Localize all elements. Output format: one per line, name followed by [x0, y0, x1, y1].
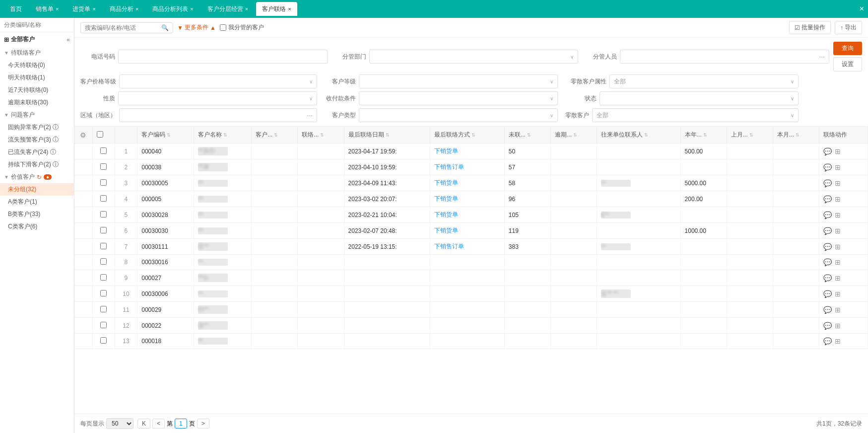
next-page-button[interactable]: > [197, 419, 209, 429]
page-size-select[interactable]: 50 20 100 [106, 418, 134, 429]
col-last-contact-method[interactable]: 最后联络方式⇅ [430, 127, 504, 144]
checkbox-cell[interactable] [92, 175, 115, 191]
sidebar-item-abnormal[interactable]: 固购异常客户(2) ⓘ [0, 121, 74, 134]
chat-icon[interactable]: 💬 [823, 290, 832, 298]
sort-icon-overdue[interactable]: ⇅ [573, 133, 577, 138]
checkbox-cell[interactable] [92, 207, 115, 223]
filter-price-level-dropdown[interactable]: ∨ [119, 74, 317, 88]
menu-icon[interactable]: ⊞ [835, 243, 841, 251]
sort-icon-this-month[interactable]: ⇅ [796, 133, 800, 138]
sort-icon-date[interactable]: ⇅ [386, 133, 390, 138]
col-intercompany[interactable]: 往来单位联系人⇅ [597, 127, 680, 144]
col-this-month[interactable]: 本月...⇅ [773, 127, 819, 144]
chat-icon[interactable]: 💬 [823, 274, 832, 282]
col-last-contact-date[interactable]: 最后联络日期⇅ [344, 127, 430, 144]
sort-icon-contact[interactable]: ⇅ [320, 133, 324, 138]
row-checkbox[interactable] [100, 274, 107, 281]
chat-icon[interactable]: 💬 [823, 243, 832, 251]
chat-icon[interactable]: 💬 [823, 227, 832, 235]
chat-icon[interactable]: 💬 [823, 211, 832, 219]
tab-customer-contact-close[interactable]: × [288, 6, 291, 12]
filter-retail-customer-dropdown[interactable]: 全部∨ [592, 108, 799, 122]
chat-icon[interactable]: 💬 [823, 179, 832, 187]
checkbox-cell[interactable] [92, 239, 115, 255]
col-this-year[interactable]: 本年...⇅ [680, 127, 727, 144]
menu-icon[interactable]: ⊞ [835, 179, 841, 187]
export-button[interactable]: ↑ 导出 [835, 21, 862, 34]
sidebar-item-declining[interactable]: 持续下滑客户(2) ⓘ [0, 158, 74, 171]
row-checkbox[interactable] [100, 163, 107, 170]
pending-group-header[interactable]: ▼ 待联络客户 [0, 47, 74, 59]
contact-method-link[interactable]: 下销售订单 [434, 163, 464, 170]
search-box[interactable]: 🔍 [80, 22, 173, 33]
chat-icon[interactable]: 💬 [823, 322, 832, 330]
all-customers-header[interactable]: ⊞ 全部客户 « [0, 32, 74, 47]
menu-icon[interactable]: ⊞ [835, 290, 841, 298]
checkbox-cell[interactable] [92, 159, 115, 175]
menu-icon[interactable]: ⊞ [835, 147, 841, 155]
chat-icon[interactable]: 💬 [823, 147, 832, 155]
refresh-icon[interactable]: ↻ [37, 174, 42, 181]
sort-icon-method[interactable]: ⇅ [471, 133, 475, 138]
settings-gear-icon[interactable]: ⚙ [80, 131, 86, 139]
contact-method-link[interactable]: 下销货单 [434, 211, 458, 218]
checkbox-cell[interactable] [92, 286, 115, 302]
checkbox-cell[interactable] [92, 318, 115, 334]
region-ellipsis[interactable]: ··· [307, 111, 313, 119]
filter-phone-input[interactable] [118, 50, 328, 64]
search-icon[interactable]: 🔍 [161, 24, 169, 31]
menu-icon[interactable]: ⊞ [835, 258, 841, 266]
sort-icon-intercompany[interactable]: ⇅ [644, 133, 648, 138]
checkbox-cell[interactable] [92, 334, 115, 349]
chat-icon[interactable]: 💬 [823, 163, 832, 171]
filter-nature-dropdown[interactable]: ∨ [118, 91, 317, 105]
chat-icon[interactable]: 💬 [823, 258, 832, 266]
row-checkbox[interactable] [100, 306, 107, 312]
query-button[interactable]: 查询 [833, 42, 862, 55]
person-ellipsis[interactable]: ··· [819, 53, 825, 61]
sidebar-item-class-a[interactable]: A类客户(1) [0, 196, 74, 208]
tab-customer-contact[interactable]: 客户联络 × [256, 2, 297, 16]
tab-sales-close[interactable]: × [56, 6, 59, 12]
sidebar-item-churn-warning[interactable]: 流失预警客户(3) ⓘ [0, 134, 74, 146]
col-settings[interactable]: ⚙ [74, 127, 92, 144]
contact-method-link[interactable]: 下销货单 [434, 179, 458, 186]
sidebar-item-ungroup[interactable]: 未分组(32) [0, 183, 74, 196]
filter-retail-attr-dropdown[interactable]: 全部∨ [609, 74, 799, 88]
my-customer-checkbox[interactable] [220, 24, 226, 31]
tab-home[interactable]: 首页 [4, 2, 28, 16]
contact-method-link[interactable]: 下销货单 [434, 227, 458, 234]
menu-icon[interactable]: ⊞ [835, 195, 841, 203]
contact-method-link[interactable]: 下销货单 [434, 147, 458, 154]
window-close-button[interactable]: × [860, 4, 864, 13]
tab-sales[interactable]: 销售单 × [30, 2, 65, 16]
filter-person-dropdown[interactable]: ··· [620, 50, 829, 64]
prev-page-button[interactable]: < [152, 419, 165, 429]
row-checkbox[interactable] [100, 147, 107, 154]
row-checkbox[interactable] [100, 211, 107, 217]
col-customer-name[interactable]: 客户名称⇅ [194, 127, 252, 144]
select-all-checkbox[interactable] [97, 131, 103, 138]
filter-status-dropdown[interactable]: ∨ [600, 91, 799, 105]
menu-icon[interactable]: ⊞ [835, 163, 841, 171]
col-last-month[interactable]: 上月...⇅ [727, 127, 773, 144]
problem-group-header[interactable]: ▼ 问题客户 [0, 109, 74, 121]
col-contact[interactable]: 联络...⇅ [298, 127, 344, 144]
col-checkbox[interactable] [92, 127, 115, 144]
sort-icon[interactable]: ⇅ [167, 133, 171, 138]
col-no-contact[interactable]: 未联...⇅ [504, 127, 550, 144]
row-checkbox[interactable] [100, 322, 107, 328]
contact-method-link[interactable]: 下销货单 [434, 195, 458, 202]
tab-product-analysis-close[interactable]: × [135, 6, 138, 12]
menu-icon[interactable]: ⊞ [835, 322, 841, 330]
menu-icon[interactable]: ⊞ [835, 306, 841, 314]
filter-payment-dropdown[interactable]: ∨ [359, 91, 558, 105]
filter-dept-dropdown[interactable]: ∨ [369, 50, 579, 64]
sidebar-collapse-icon[interactable]: « [67, 36, 70, 43]
my-customer-filter[interactable]: 我分管的客户 [220, 23, 264, 32]
menu-icon[interactable]: ⊞ [835, 227, 841, 235]
row-checkbox[interactable] [100, 179, 107, 186]
tab-purchase-close[interactable]: × [92, 6, 95, 12]
sidebar-item-churned[interactable]: 已流失客户(24) ⓘ [0, 146, 74, 158]
menu-icon[interactable]: ⊞ [835, 337, 841, 345]
